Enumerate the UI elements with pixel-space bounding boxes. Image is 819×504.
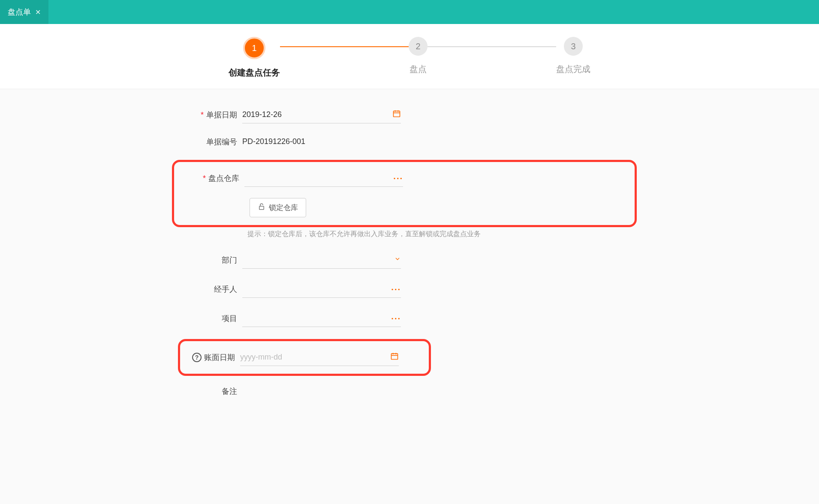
tab-inventory-sheet[interactable]: 盘点单 ✕	[0, 0, 48, 24]
svg-rect-5	[391, 354, 398, 359]
highlight-warehouse: * 盘点仓库 ··· 锁定仓库	[172, 160, 637, 227]
doc-date-input[interactable]	[242, 110, 392, 119]
step-line	[428, 46, 556, 47]
row-lock: 锁定仓库	[184, 198, 630, 217]
step-circle: 1	[243, 37, 265, 59]
row-doc-no: 单据编号 PD-20191226-001	[182, 135, 637, 148]
help-icon[interactable]: ?	[192, 353, 202, 362]
warehouse-field[interactable]: ···	[244, 170, 403, 187]
row-book-date: ? 账面日期	[180, 349, 425, 366]
highlight-book-date: ? 账面日期	[178, 339, 431, 376]
book-date-field[interactable]	[240, 349, 399, 366]
book-date-input[interactable]	[240, 353, 390, 362]
ellipsis-icon[interactable]: ···	[391, 314, 401, 323]
row-handler: 经手人 ···	[182, 281, 637, 298]
project-field[interactable]: ···	[242, 310, 401, 327]
svg-rect-0	[394, 111, 400, 117]
dept-input[interactable]	[242, 255, 394, 264]
step-circle: 2	[409, 37, 428, 56]
step-line	[280, 46, 409, 47]
close-icon[interactable]: ✕	[35, 8, 41, 16]
row-warehouse: * 盘点仓库 ···	[184, 170, 630, 187]
ellipsis-icon[interactable]: ···	[391, 285, 401, 294]
tab-label: 盘点单	[8, 7, 31, 17]
handler-field[interactable]: ···	[242, 281, 401, 298]
chevron-down-icon[interactable]	[394, 255, 401, 264]
lock-open-icon	[258, 203, 265, 213]
required-mark: *	[203, 174, 206, 183]
step-3: 3 盘点完成	[556, 37, 590, 75]
doc-date-field[interactable]	[242, 106, 401, 123]
dept-field[interactable]	[242, 252, 401, 269]
step-circle: 3	[564, 37, 583, 56]
header-bar: 盘点单 ✕	[0, 0, 819, 24]
label-doc-date: * 单据日期	[182, 110, 242, 120]
label-remark: 备注	[182, 386, 242, 396]
step-2: 2 盘点	[409, 37, 428, 75]
lock-hint: 提示：锁定仓库后，该仓库不允许再做出入库业务，直至解锁或完成盘点业务	[182, 230, 637, 239]
ellipsis-icon[interactable]: ···	[393, 174, 403, 183]
label-dept: 部门	[182, 255, 242, 265]
row-project: 项目 ···	[182, 310, 637, 327]
label-book-date: ? 账面日期	[184, 352, 240, 363]
svg-rect-4	[259, 206, 264, 210]
step-1: 1 创建盘点任务	[229, 37, 280, 78]
project-input[interactable]	[242, 314, 391, 323]
required-mark: *	[201, 111, 204, 120]
warehouse-input[interactable]	[244, 174, 393, 183]
row-dept: 部门	[182, 252, 637, 269]
step-label: 创建盘点任务	[229, 67, 280, 78]
label-warehouse: * 盘点仓库	[184, 173, 244, 183]
row-doc-date: * 单据日期	[182, 106, 637, 123]
label-project: 项目	[182, 313, 242, 324]
step-label: 盘点完成	[556, 63, 590, 75]
form-wrap: * 单据日期 单据编号 PD-20191226-001 * 盘点仓库 ···	[174, 106, 645, 396]
lock-warehouse-button[interactable]: 锁定仓库	[250, 198, 306, 217]
row-remark: 备注	[182, 386, 637, 396]
calendar-icon[interactable]	[390, 352, 399, 363]
handler-input[interactable]	[242, 285, 391, 294]
step-label: 盘点	[410, 63, 427, 75]
label-doc-no: 单据编号	[182, 137, 242, 147]
label-handler: 经手人	[182, 284, 242, 294]
steps-bar: 1 创建盘点任务 2 盘点 3 盘点完成	[0, 24, 819, 89]
calendar-icon[interactable]	[392, 109, 401, 120]
doc-no-value: PD-20191226-001	[242, 135, 305, 148]
